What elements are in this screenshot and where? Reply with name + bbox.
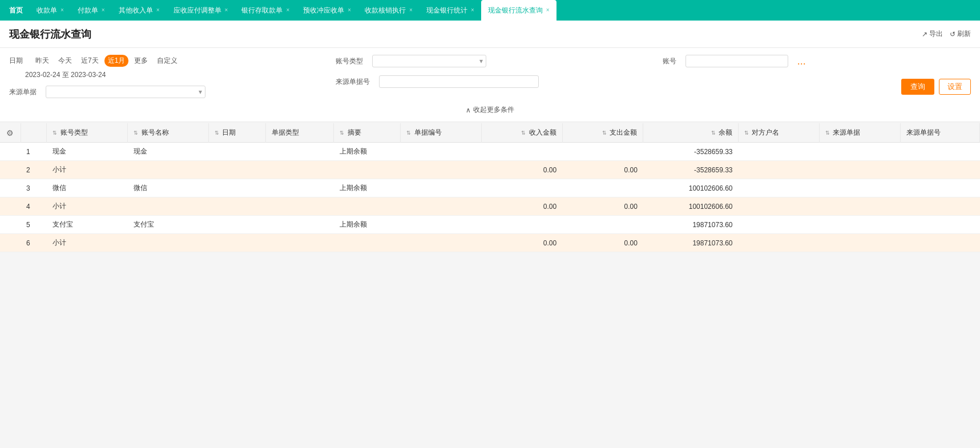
cell-doc-no <box>401 216 482 234</box>
col-summary[interactable]: ⇅ 摘要 <box>334 123 401 143</box>
col-gear: ⚙ <box>0 123 21 143</box>
query-button[interactable]: 查询 <box>901 79 934 95</box>
cell-date <box>208 234 265 252</box>
cell-date <box>208 161 265 179</box>
cell-idx: 4 <box>21 197 47 216</box>
source-doc-select[interactable] <box>46 86 205 98</box>
cell-source-doc <box>819 197 900 216</box>
cell-summary <box>334 234 401 252</box>
cell-gear <box>0 143 21 161</box>
cell-counterparty <box>739 216 820 234</box>
cell-account-name: 现金 <box>128 143 209 161</box>
data-table: ⚙ ⇅ 账号类型 ⇅ 账号名称 ⇅ 日期 单据类型 <box>0 123 980 252</box>
nav-tab-fukuandan[interactable]: 付款单 × <box>71 0 112 21</box>
close-icon[interactable]: × <box>156 0 160 21</box>
close-icon[interactable]: × <box>409 0 413 21</box>
cell-source-doc-no <box>900 216 980 234</box>
close-icon[interactable]: × <box>61 0 64 21</box>
settings-button[interactable]: 设置 <box>939 79 971 95</box>
cell-source-doc <box>819 179 900 197</box>
cell-balance: 100102606.60 <box>643 197 739 216</box>
col-expense[interactable]: ⇅ 支出金额 <box>562 123 643 143</box>
cell-counterparty <box>739 143 820 161</box>
cell-source-doc-no <box>900 179 980 197</box>
date-opt-1month[interactable]: 近1月 <box>104 55 129 67</box>
table-row: 6小计0.000.0019871073.60 <box>0 234 980 252</box>
collapse-bar[interactable]: ∧ 收起更多条件 <box>9 103 971 117</box>
account-input[interactable] <box>685 55 788 67</box>
col-account-type[interactable]: ⇅ 账号类型 <box>47 123 128 143</box>
nav-tab-shoukuandan[interactable]: 收款单 × <box>30 0 71 21</box>
col-doc-no[interactable]: ⇅ 单据编号 <box>401 123 482 143</box>
col-counterparty[interactable]: ⇅ 对方户名 <box>739 123 820 143</box>
source-doc-select-wrapper <box>46 86 205 98</box>
col-account-name[interactable]: ⇅ 账号名称 <box>128 123 209 143</box>
cell-account-type: 小计 <box>47 234 128 252</box>
cell-doc-no <box>401 143 482 161</box>
export-icon: ↗ <box>922 30 927 38</box>
cell-date <box>208 143 265 161</box>
table-row: 5支付宝支付宝上期余额19871073.60 <box>0 216 980 234</box>
col-balance[interactable]: ⇅ 余额 <box>643 123 739 143</box>
nav-home[interactable]: 首页 <box>2 0 30 21</box>
nav-tab-xiangjin-tongji[interactable]: 现金银行统计 × <box>420 0 481 21</box>
account-type-select[interactable] <box>372 55 486 67</box>
close-icon[interactable]: × <box>348 0 351 21</box>
close-icon[interactable]: × <box>286 0 289 21</box>
col-source-doc[interactable]: ⇅ 来源单据 <box>819 123 900 143</box>
cell-expense <box>562 216 643 234</box>
col-doc-type[interactable]: 单据类型 <box>266 123 334 143</box>
close-icon[interactable]: × <box>102 0 105 21</box>
nav-tab-yushou[interactable]: 预收冲应收单 × <box>296 0 358 21</box>
nav-tab-shoukuanhexiao[interactable]: 收款核销执行 × <box>358 0 420 21</box>
page-title: 现金银行流水查询 <box>9 27 91 41</box>
date-opt-more[interactable]: 更多 <box>131 55 151 67</box>
cell-doc-no <box>401 197 482 216</box>
date-opt-yesterday[interactable]: 昨天 <box>32 55 53 67</box>
cell-account-type: 微信 <box>47 179 128 197</box>
nav-tab-qitashouru[interactable]: 其他收入单 × <box>112 0 167 21</box>
account-dots-button[interactable]: ... <box>797 55 806 67</box>
cell-account-type: 小计 <box>47 197 128 216</box>
nav-tab-yingshouyingfu[interactable]: 应收应付调整单 × <box>167 0 235 21</box>
cell-source-doc <box>819 216 900 234</box>
cell-account-name <box>128 234 209 252</box>
date-opt-today[interactable]: 今天 <box>55 55 75 67</box>
date-label: 日期 <box>9 56 23 66</box>
table-header-row: ⚙ ⇅ 账号类型 ⇅ 账号名称 ⇅ 日期 单据类型 <box>0 123 980 143</box>
nav-tab-liushui[interactable]: 现金银行流水查询 × <box>481 0 556 21</box>
chevron-up-icon: ∧ <box>466 106 471 114</box>
date-opt-7days[interactable]: 近7天 <box>78 55 102 67</box>
date-opt-custom[interactable]: 自定义 <box>154 55 181 67</box>
cell-counterparty <box>739 161 820 179</box>
sort-icon: ⇅ <box>53 130 57 136</box>
cell-doc-type <box>266 161 334 179</box>
close-icon[interactable]: × <box>546 0 550 21</box>
col-source-doc-no[interactable]: 来源单据号 <box>900 123 980 143</box>
cell-expense: 0.00 <box>562 234 643 252</box>
cell-doc-type <box>266 179 334 197</box>
sort-icon: ⇅ <box>406 130 411 136</box>
export-button[interactable]: ↗ 导出 <box>922 29 943 39</box>
gear-icon[interactable]: ⚙ <box>6 128 14 138</box>
source-doc-label: 来源单据 <box>9 87 37 97</box>
cell-expense: 0.00 <box>562 161 643 179</box>
refresh-icon: ↺ <box>950 30 955 38</box>
refresh-button[interactable]: ↺ 刷新 <box>950 29 971 39</box>
col-date[interactable]: ⇅ 日期 <box>208 123 265 143</box>
cell-date <box>208 197 265 216</box>
close-icon[interactable]: × <box>471 0 474 21</box>
source-doc-no-input[interactable] <box>379 75 539 88</box>
cell-summary: 上期余额 <box>334 216 401 234</box>
cell-idx: 2 <box>21 161 47 179</box>
col-income[interactable]: ⇅ 收入金额 <box>481 123 562 143</box>
cell-source-doc <box>819 161 900 179</box>
top-nav: 首页 收款单 × 付款单 × 其他收入单 × 应收应付调整单 × 银行存取款单 … <box>0 0 980 21</box>
cell-date <box>208 216 265 234</box>
close-icon[interactable]: × <box>225 0 228 21</box>
cell-account-name <box>128 197 209 216</box>
nav-tab-yinhangcunkuan[interactable]: 银行存取款单 × <box>235 0 296 21</box>
table-row: 3微信微信上期余额100102606.60 <box>0 179 980 197</box>
cell-doc-no <box>401 179 482 197</box>
cell-doc-no <box>401 161 482 179</box>
